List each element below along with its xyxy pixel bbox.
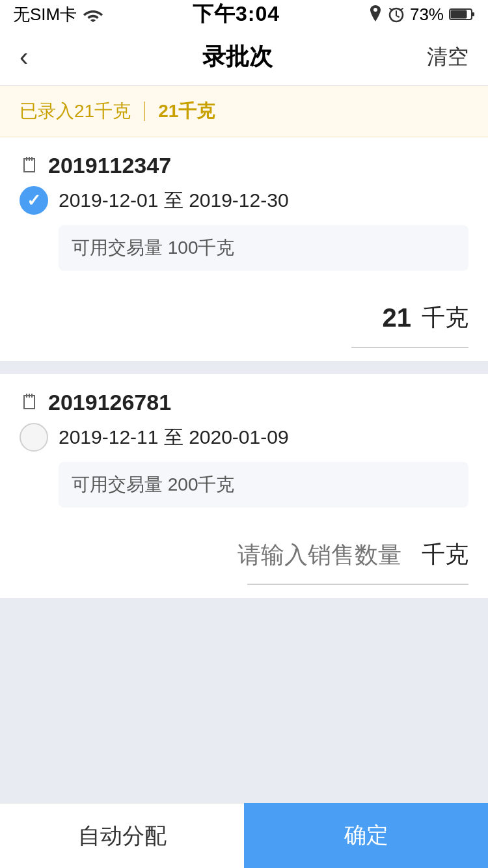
batch-date-row-1: 2019-12-01 至 2019-12-30 (20, 186, 468, 215)
status-bar: 无SIM卡 下午3:04 73% (0, 0, 488, 29)
batch-id-icon-2: 🗒 (20, 390, 40, 414)
amount-value-1: 21 (383, 303, 412, 332)
batch-item-2: 🗒 2019126781 2019-12-11 至 2020-01-09 可用交… (0, 374, 488, 526)
alarm-icon (388, 5, 405, 23)
battery-text: 73% (410, 5, 444, 25)
amount-row-1: 21 千克 (0, 289, 488, 347)
available-qty-box-2: 可用交易量 200千克 (59, 462, 468, 508)
input-row-2: 千克 (0, 526, 488, 584)
batch-card-2: 🗒 2019126781 2019-12-11 至 2020-01-09 可用交… (0, 374, 488, 598)
wifi-icon (82, 7, 104, 22)
batch-header-2: 🗒 2019126781 (20, 390, 468, 415)
auto-distribute-button[interactable]: 自动分配 (0, 803, 244, 868)
recorded-label: 已录入21千克 (20, 99, 131, 124)
status-left: 无SIM卡 (13, 3, 104, 26)
bottom-bar: 自动分配 确定 (0, 803, 488, 868)
batch-item-1: 🗒 2019112347 2019-12-01 至 2019-12-30 可用交… (0, 137, 488, 289)
section-divider (0, 361, 488, 374)
status-time: 下午3:04 (193, 0, 280, 29)
confirm-button[interactable]: 确定 (244, 803, 488, 868)
batch-checkbox-2[interactable] (20, 423, 48, 452)
input-unit-2: 千克 (422, 539, 468, 571)
svg-rect-3 (450, 10, 467, 19)
recorded-value: 21千克 (158, 99, 215, 124)
batch-checkbox-1[interactable] (20, 186, 48, 215)
back-button[interactable]: ‹ (20, 42, 59, 72)
nav-bar: ‹ 录批次 清空 (0, 29, 488, 86)
page-title: 录批次 (202, 41, 273, 73)
batch-header-1: 🗒 2019112347 (20, 153, 468, 178)
batch-card-1: 🗒 2019112347 2019-12-01 至 2019-12-30 可用交… (0, 137, 488, 361)
info-bar: 已录入21千克 21千克 (0, 86, 488, 137)
batch-id-icon-1: 🗒 (20, 154, 40, 178)
battery-icon (449, 7, 475, 21)
batch-date-2: 2019-12-11 至 2020-01-09 (59, 424, 289, 451)
available-qty-box-1: 可用交易量 100千克 (59, 225, 468, 271)
location-icon (368, 5, 383, 23)
batch-id-1: 2019112347 (48, 153, 171, 178)
svg-rect-2 (472, 12, 474, 16)
no-sim-text: 无SIM卡 (13, 3, 77, 26)
amount-unit-1: 千克 (422, 302, 468, 334)
clear-button[interactable]: 清空 (416, 43, 468, 72)
qty-input-2[interactable] (190, 541, 411, 569)
status-right: 73% (368, 5, 475, 25)
batch-id-2: 2019126781 (48, 390, 171, 415)
batch-date-row-2: 2019-12-11 至 2020-01-09 (20, 423, 468, 452)
batch-date-1: 2019-12-01 至 2019-12-30 (59, 187, 289, 214)
info-divider (144, 102, 145, 121)
